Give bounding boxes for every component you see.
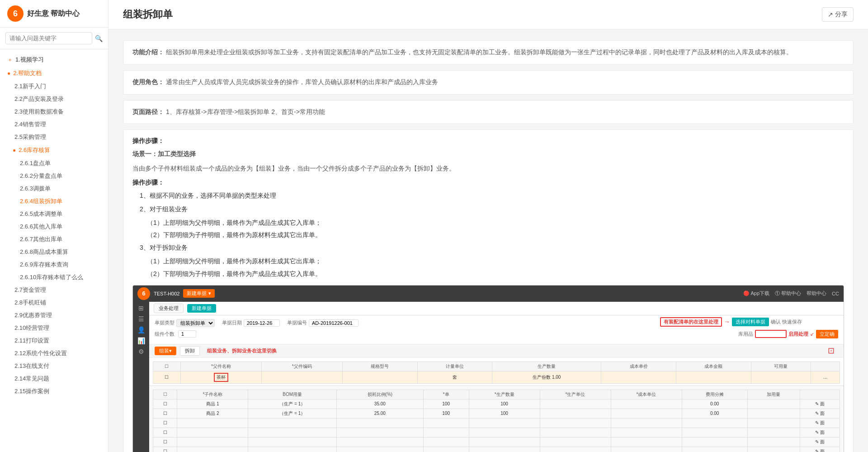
sc-nav-user: CC: [832, 291, 839, 296]
steps-section: 操作步骤： 场景一：加工类型选择 当由多个子件材料组装成一个成品的业务为【组装】…: [123, 129, 854, 452]
sc-col-cost: 成本金额: [676, 362, 751, 371]
sidebar-item-finance[interactable]: 2.7资金管理: [0, 284, 108, 296]
sc-confirm-btn[interactable]: 立定确: [816, 330, 838, 338]
sidebar-item-inventory-ledger[interactable]: 2.6.9库存账本查询: [0, 258, 108, 271]
sc-child-col-code: BOM用量: [248, 390, 337, 399]
annotation-toggle: 组装业务、拆卸业务在这里切换: [207, 347, 277, 354]
sidebar-group-videos-label: 1.视频学习: [15, 56, 44, 64]
sc-no-input[interactable]: [309, 319, 359, 327]
path-box: 页面路径： 1、库存核算->库存管理->组装拆卸单 2、首页->常用功能: [123, 100, 854, 124]
sc-save-btn[interactable]: 确认 快速保存: [771, 319, 802, 325]
sidebar-item-install[interactable]: 2.2产品安装及登录: [0, 93, 108, 105]
sc-child-row-3: ☐✎ 面: [153, 418, 840, 428]
sidebar-group-docs-label: 2.帮助文档: [13, 69, 42, 77]
sc-child-col-unit: *单: [423, 390, 469, 399]
sidebar-item-purchase[interactable]: 2.5采购管理: [0, 131, 108, 143]
sidebar-item-ledger-error[interactable]: 2.6.10库存账本错了么么: [0, 271, 108, 284]
sidebar-item-ops[interactable]: 2.10经营管理: [0, 322, 108, 334]
sidebar-item-cost-adj[interactable]: 2.6.5成本调整单: [0, 208, 108, 220]
sidebar-item-cases[interactable]: 2.15操作案例: [0, 385, 108, 398]
share-icon: ↗: [828, 11, 833, 18]
sidebar-item-other-in[interactable]: 2.6.6其他入库单: [0, 220, 108, 233]
sc-child-row-5: ☐✎ 面: [153, 437, 840, 447]
step2-1: （1）上部明细为父件明细，最终作为产成品生成其它入库单；: [147, 218, 844, 228]
sidebar-item-sales[interactable]: 2.4销售管理: [0, 118, 108, 131]
sc-col-qty: 计量单位: [417, 362, 492, 371]
expand-icon: ＋: [7, 56, 13, 64]
step2-2: （2）下部明细为子件明细，最终作为原材料生成其它出库单。: [147, 230, 844, 241]
share-button[interactable]: ↗ 分享: [822, 7, 854, 22]
annotation-input-name[interactable]: 茶杯: [214, 373, 228, 382]
sc-tab-new[interactable]: 新建单据: [187, 304, 216, 313]
sc-cell-cost-amt: [676, 371, 751, 383]
sc-cell-row-ops[interactable]: …: [811, 371, 840, 383]
role-box: 使用角色： 通常由生产人员或库管人员完成拆装业务的操作，库管人员确认原材料的出库…: [123, 70, 854, 95]
sc-col-ops: [811, 362, 840, 371]
sc-child-col-check: ☐: [153, 390, 177, 399]
sc-new-order-btn[interactable]: 新建单据 ▾: [183, 289, 214, 298]
sidebar-item-faq[interactable]: 2.14常见问题: [0, 372, 108, 385]
search-input[interactable]: [5, 32, 92, 44]
sidebar-item-newbie[interactable]: 2.1新手入门: [0, 80, 108, 93]
sidebar-item-inventory[interactable]: ● 2.6库存核算: [0, 143, 108, 157]
sc-cell-cost-price: [601, 371, 676, 383]
sc-parent-row-1: ☐ 茶杯 套 生产份数 1.00: [153, 371, 840, 383]
feature-intro-text: 组装拆卸单用来处理企业组装或拆卸等加工业务，支持有固定装配清单的产品加工业务，也…: [166, 48, 793, 56]
sidebar-group-docs[interactable]: ● 2.帮助文档: [0, 67, 108, 80]
path-label: 页面路径：: [132, 108, 164, 115]
sidebar-item-assembly[interactable]: 2.6.4组装拆卸单: [0, 195, 108, 208]
role-text: 通常由生产人员或库管人员完成拆装业务的操作，库管人员确认原材料的出库和产成品的入…: [166, 78, 438, 86]
sidebar-item-coupon[interactable]: 2.9优惠券管理: [0, 309, 108, 322]
sidebar-item-inventory-label: 2.6库存核算: [19, 146, 50, 154]
search-bar: 🔍: [0, 28, 108, 49]
sc-label-date: 单据日期: [222, 319, 242, 326]
sidebar-item-payment[interactable]: 2.13在线支付: [0, 360, 108, 372]
sc-cell-name[interactable]: 茶杯: [180, 371, 261, 383]
sc-select-type[interactable]: 组装拆卸单: [176, 319, 215, 327]
feature-intro-label: 功能介绍：: [132, 48, 164, 56]
sc-store-input[interactable]: [755, 330, 787, 338]
sc-nav-help: ① 帮助中心: [775, 290, 801, 297]
sc-cell-check[interactable]: ☐: [153, 371, 181, 383]
annotation-arrow4: ↙: [810, 331, 814, 337]
inventory-expand-icon: ●: [13, 147, 16, 153]
sidebar-item-mobile[interactable]: 2.8手机旺铺: [0, 296, 108, 309]
sidebar-item-split-stocktake[interactable]: 2.6.2分量盘点单: [0, 170, 108, 182]
sc-tab-list[interactable]: 业务处理: [154, 304, 184, 313]
steps-label: 操作步骤：: [132, 137, 844, 145]
sidebar-item-transfer[interactable]: 2.6.3调拨单: [0, 182, 108, 195]
sidebar-nav: ＋ 1.视频学习 ● 2.帮助文档 2.1新手入门 2.2产品安装及登录 2.3…: [0, 49, 108, 452]
sc-child-col-qty: *生产数量: [469, 390, 540, 399]
sc-col-check: ☐: [153, 362, 181, 371]
search-icon[interactable]: 🔍: [95, 35, 103, 42]
sc-expand-icon: ⊡: [828, 346, 835, 356]
sidebar-item-print[interactable]: 2.11打印设置: [0, 334, 108, 347]
sc-icon-settings: ⚙: [138, 348, 144, 355]
screenshot: 6 TEST-H002 新建单据 ▾ 🔴 App下载 ① 帮助中心 帮助中心 C…: [132, 285, 844, 452]
sidebar: 6 好生意 帮助中心 🔍 ＋ 1.视频学习 ● 2.帮助文档 2.1新手入门 2…: [0, 0, 108, 452]
sidebar-item-customization[interactable]: 2.12系统个性化设置: [0, 347, 108, 360]
sc-label-select-store: 库用品: [738, 331, 753, 338]
sc-parent-table: ☐ *父件名称 *父件编码 规格型号 计量单位 生产数量 成本单价 成本金额 可: [153, 362, 840, 384]
main-content: 功能介绍： 组装拆卸单用来处理企业组装或拆卸等加工业务，支持有固定装配清单的产品…: [108, 29, 868, 452]
sc-col-amount: 成本单价: [601, 362, 676, 371]
role-label: 使用角色：: [132, 78, 164, 86]
sc-cell-spec: [342, 371, 417, 383]
sc-nav-contact: 帮助中心: [807, 290, 826, 297]
sc-child-col-extra: [800, 390, 840, 399]
annotation-arrow1: →: [724, 318, 730, 325]
sc-child-row-1: ☐商品 1（生产 = 1）35.001001000.00✎ 面: [153, 399, 840, 409]
sc-type-disassembly[interactable]: 拆卸: [180, 346, 200, 356]
sidebar-item-other-out[interactable]: 2.6.7其他出库单: [0, 233, 108, 246]
sc-count-input[interactable]: [178, 330, 196, 338]
sidebar-item-stocktake[interactable]: 2.6.1盘点单: [0, 157, 108, 170]
sc-type-assembly[interactable]: 组装▾: [155, 347, 176, 355]
sidebar-item-data-prep[interactable]: 2.3使用前数据准备: [0, 105, 108, 118]
sidebar-item-cost-recalc[interactable]: 2.6.8商品成本重算: [0, 246, 108, 258]
sc-bom-btn[interactable]: 选择对料单据: [732, 318, 769, 326]
sidebar-group-videos[interactable]: ＋ 1.视频学习: [0, 53, 108, 67]
step3-1: （1）上部明细为父件明细，最终作为原材料生成其它出库单；: [147, 256, 844, 267]
main-area: 组装拆卸单 ↗ 分享 功能介绍： 组装拆卸单用来处理企业组装或拆卸等加工业务，支…: [108, 0, 868, 452]
sc-label-type: 单据类型: [155, 319, 175, 326]
sc-date-input[interactable]: [244, 319, 280, 327]
